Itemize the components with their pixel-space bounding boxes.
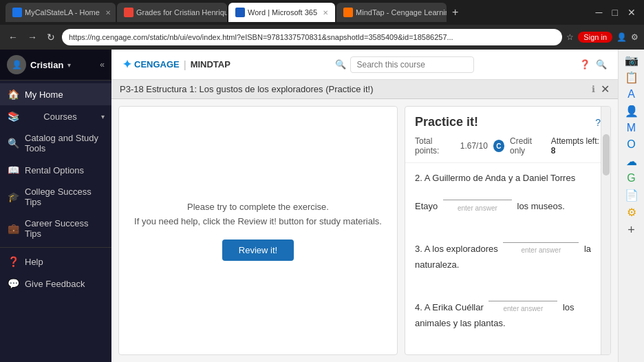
sidebar-item-college-success[interactable]: 🎓 College Success Tips xyxy=(0,181,111,213)
sidebar-item-catalog[interactable]: 🔍 Catalog and Study Tools xyxy=(0,127,111,159)
chevron-down-icon: ▾ xyxy=(67,61,71,69)
sidebar-item-label: Help xyxy=(25,257,105,267)
back-button[interactable]: ← xyxy=(6,30,21,44)
tab-label-grades: Grades for Cristian Henriquez: C... xyxy=(136,8,227,17)
tab-word[interactable]: Word | Microsoft 365 ✕ xyxy=(228,3,335,22)
scroll-indicator[interactable] xyxy=(601,107,610,354)
header-icons: ❓ 🔍 xyxy=(579,59,607,70)
courses-icon: 📚 xyxy=(7,111,19,122)
catalog-icon: 🔍 xyxy=(7,138,19,149)
mindtap-logo: ✦ CENGAGE | MINDTAP xyxy=(122,58,230,71)
total-points-value: 1.67/10 xyxy=(460,141,488,151)
sidebar-icon-11[interactable]: + xyxy=(627,223,635,237)
sidebar-icon-2[interactable]: 📋 xyxy=(625,71,638,84)
answer-input-3[interactable] xyxy=(503,231,579,243)
feedback-icon: 💬 xyxy=(7,278,19,289)
sidebar-item-label: Career Success Tips xyxy=(25,218,105,239)
maximize-button[interactable]: □ xyxy=(610,6,621,19)
scroll-thumb xyxy=(603,134,610,175)
sidebar-username: Cristian xyxy=(30,60,63,70)
exercise-close-button[interactable]: ✕ xyxy=(601,83,610,96)
career-icon: 💼 xyxy=(7,223,19,234)
item4-number: 4 xyxy=(415,302,420,312)
exercise-scroll[interactable]: 2. A Guillermo de Anda y a Daniel Torres… xyxy=(405,163,610,354)
close-window-button[interactable]: ✕ xyxy=(625,6,638,19)
exercise-sentence-3: 3. A los exploradores enter answer la na… xyxy=(415,228,601,273)
sidebar-item-courses[interactable]: 📚 Courses ▾ xyxy=(0,105,111,127)
sidebar-item-rental[interactable]: 📖 Rental Options xyxy=(0,159,111,181)
credit-icon: C xyxy=(493,140,504,152)
sidebar-item-label: Give Feedback xyxy=(25,279,105,289)
tab-icon-mycalstate xyxy=(12,8,22,17)
help-circle-icon[interactable]: ❓ xyxy=(579,59,590,70)
address-input[interactable] xyxy=(62,29,562,45)
avatar: 👤 xyxy=(7,55,26,74)
answer-input-2[interactable] xyxy=(443,189,512,200)
practice-help-icon[interactable]: ? xyxy=(595,117,601,128)
tab-close-word[interactable]: ✕ xyxy=(323,9,328,17)
tab-close-mycalstate[interactable]: ✕ xyxy=(105,9,111,17)
browser-sidebar: 📷 📋 A 👤 M O ☁ G 📄 ⚙ + xyxy=(618,50,644,362)
exercise-sentence-2: 2. A Guillermo de Anda y a Daniel Torres… xyxy=(415,170,601,215)
sidebar-item-feedback[interactable]: 💬 Give Feedback xyxy=(0,273,111,295)
sidebar-item-career-success[interactable]: 💼 Career Success Tips xyxy=(0,213,111,244)
sidebar-icon-5[interactable]: M xyxy=(627,122,636,134)
mindtap-label: MINDTAP xyxy=(191,59,230,70)
extensions-icon[interactable]: ⚙ xyxy=(631,32,638,42)
exercise-item-4: 4. A Erika Cuéllar enter answer los anim… xyxy=(415,287,601,332)
sidebar-item-label: Rental Options xyxy=(25,165,105,175)
sidebar-icon-4[interactable]: 👤 xyxy=(625,105,638,118)
sidebar-icon-3[interactable]: A xyxy=(627,88,635,100)
exercise-sentence-4: 4. A Erika Cuéllar enter answer los anim… xyxy=(415,287,601,332)
answer-hint-4: enter answer xyxy=(489,303,557,315)
exercise-title: P3-18 Estructura 1: Los gustos de los ex… xyxy=(120,84,374,94)
forward-button[interactable]: → xyxy=(25,30,40,44)
tab-label-word: Word | Microsoft 365 xyxy=(248,8,317,17)
sidebar-icon-7[interactable]: ☁ xyxy=(626,155,637,168)
bookmark-icon: ☆ xyxy=(566,32,574,42)
sidebar-icon-10[interactable]: ⚙ xyxy=(627,206,636,219)
sidebar-item-label: Catalog and Study Tools xyxy=(25,133,105,153)
sidebar-icon-6[interactable]: O xyxy=(627,138,635,151)
college-icon: 🎓 xyxy=(7,191,19,202)
sidebar-collapse-icon[interactable]: « xyxy=(100,60,105,70)
exercise-info-icon[interactable]: ℹ xyxy=(592,84,595,94)
mindtap-header: ✦ CENGAGE | MINDTAP 🔍 ❓ 🔍 xyxy=(111,50,618,80)
sidebar-icon-8[interactable]: G xyxy=(627,172,635,184)
header-search: 🔍 xyxy=(335,56,474,73)
review-button[interactable]: Review it! xyxy=(222,239,294,261)
item3-before: A los exploradores xyxy=(425,244,498,254)
courses-chevron-icon: ▾ xyxy=(101,113,105,120)
tab-grades[interactable]: Grades for Cristian Henriquez: C... ✕ xyxy=(117,3,227,22)
left-panel: Please try to complete the exercise. If … xyxy=(118,106,398,355)
left-panel-message: Please try to complete the exercise. If … xyxy=(134,200,382,229)
profile-icon[interactable]: 👤 xyxy=(616,32,627,42)
logo-pipe-icon: | xyxy=(184,59,186,70)
sidebar-user[interactable]: 👤 Cristian ▾ « xyxy=(0,50,111,81)
tab-mycalstate[interactable]: MyCalStateLA - Home ✕ xyxy=(6,3,116,22)
attempts-label: Attempts left: 8 xyxy=(551,136,601,156)
content-area: ✦ CENGAGE | MINDTAP 🔍 ❓ 🔍 P3-18 Estructu… xyxy=(111,50,618,362)
help-icon: ❓ xyxy=(7,256,19,267)
cengage-label: CENGAGE xyxy=(134,59,180,70)
exercise-item-2: 2. A Guillermo de Anda y a Daniel Torres… xyxy=(415,170,601,215)
sidebar-item-help[interactable]: ❓ Help xyxy=(0,251,111,273)
sidebar-item-my-home[interactable]: 🏠 My Home xyxy=(0,83,111,105)
tab-mindtap[interactable]: MindTap - Cengage Learning ✕ xyxy=(336,3,447,22)
sidebar-item-label: My Home xyxy=(25,89,105,100)
new-tab-button[interactable]: + xyxy=(448,6,462,19)
tab-icon-mindtap xyxy=(343,8,353,17)
sidebar-icon-1[interactable]: 📷 xyxy=(625,54,638,67)
sign-in-button[interactable]: Sign in xyxy=(578,32,612,43)
answer-hint-3: enter answer xyxy=(503,244,579,257)
search-header-icon[interactable]: 🔍 xyxy=(596,59,607,70)
sidebar: 👤 Cristian ▾ « 🏠 My Home 📚 Courses ▾ 🔍 C… xyxy=(0,50,111,362)
answer-input-4[interactable] xyxy=(489,290,557,301)
search-input[interactable] xyxy=(350,56,474,73)
practice-meta: Total points: 1.67/10 C Credit only Atte… xyxy=(405,134,610,163)
reload-button[interactable]: ↻ xyxy=(44,30,58,44)
minimize-button[interactable]: ─ xyxy=(593,6,605,19)
answer-hint-2: enter answer xyxy=(443,202,512,215)
tab-icon-word xyxy=(235,8,245,17)
sidebar-icon-9[interactable]: 📄 xyxy=(625,189,638,202)
